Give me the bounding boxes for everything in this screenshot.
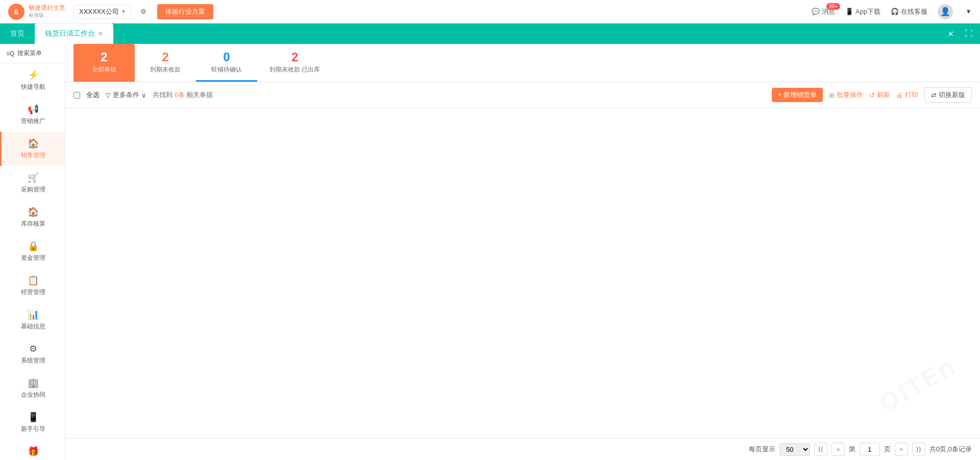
batch-operations-button[interactable]: ⊞ 批量操作 bbox=[829, 90, 863, 100]
sidebar-item-operations[interactable]: 📋 经营管理 bbox=[0, 269, 65, 303]
sidebar-item-purchase[interactable]: 🛒 采购管理 bbox=[0, 166, 65, 200]
messages-badge: 99+ bbox=[826, 3, 840, 10]
next-page-button[interactable]: ＞ bbox=[895, 443, 908, 456]
username-area[interactable]: ▼ bbox=[963, 8, 972, 15]
nav-tabs-right: ✕ ⛶ bbox=[943, 27, 980, 41]
sidebar-item-appstore[interactable]: 🎁 应用中心 bbox=[0, 440, 65, 460]
app-download-button[interactable]: 📱 App下载 bbox=[845, 7, 880, 16]
settings-icon: ⚙ bbox=[29, 343, 37, 354]
last-page-button[interactable]: ⟩⟩ bbox=[912, 443, 925, 456]
header-right: 💬 消息 99+ 📱 App下载 🎧 在线客服 👤 ▼ bbox=[812, 4, 972, 19]
stats-overdue-shipped-count: 2 bbox=[291, 50, 298, 64]
cart-icon: 🛒 bbox=[28, 172, 39, 183]
found-count: 0条 bbox=[175, 91, 185, 99]
trial-button[interactable]: 体验行业方案 bbox=[157, 4, 213, 19]
sidebar-item-newbie[interactable]: 📱 新手引导 bbox=[0, 405, 65, 440]
avatar[interactable]: 👤 bbox=[938, 4, 953, 19]
prev-page-button[interactable]: ＜ bbox=[831, 443, 845, 456]
total-records-text: 共0页,0条记录 bbox=[929, 445, 972, 454]
stats-tabs: 2 全部单据 2 到期未收款 0 旺铺待确认 2 到期未收款 已出库 bbox=[65, 44, 980, 82]
stats-tab-overdue-shipped[interactable]: 2 到期未收款 已出库 bbox=[257, 44, 332, 82]
toolbar: 全选 ▽ 更多条件 ∨ 共找到 0条 相关单据 + 新增销货单 ⊞ 批量操作 bbox=[65, 82, 980, 108]
stats-overdue-count: 2 bbox=[162, 50, 168, 64]
settings-button[interactable]: ⚙ bbox=[136, 4, 151, 19]
tab-close-icon[interactable]: ✕ bbox=[98, 30, 103, 37]
stats-wangpu-label: 旺铺待确认 bbox=[211, 65, 242, 74]
tab-workbench-label: 钱货日清工作台 bbox=[45, 29, 95, 38]
user-icon: 👤 bbox=[940, 7, 950, 16]
main-layout: ≡Q 搜索菜单 ⚡ 快捷导航 📢 营销推广 🏠 销售管理 🛒 采购管理 🏠 库存… bbox=[0, 44, 980, 460]
megaphone-icon: 📢 bbox=[28, 104, 39, 115]
guide-icon: 📱 bbox=[28, 411, 39, 423]
building-icon: 🏢 bbox=[28, 377, 39, 389]
sidebar-item-basics[interactable]: 📊 基础信息 bbox=[0, 303, 65, 337]
content-area: 2 全部单据 2 到期未收款 0 旺铺待确认 2 到期未收款 已出库 全选 bbox=[65, 44, 980, 460]
tab-home[interactable]: 首页 bbox=[0, 23, 35, 44]
stats-tab-overdue[interactable]: 2 到期未收款 bbox=[135, 44, 196, 82]
sidebar: ≡Q 搜索菜单 ⚡ 快捷导航 📢 营销推广 🏠 销售管理 🛒 采购管理 🏠 库存… bbox=[0, 44, 65, 460]
tab-expand-button[interactable]: ⛶ bbox=[962, 27, 976, 41]
home-icon: 🏠 bbox=[28, 138, 39, 149]
nav-tabs: 首页 钱货日清工作台 ✕ ✕ ⛶ bbox=[0, 23, 980, 44]
add-sales-order-button[interactable]: + 新增销货单 bbox=[772, 88, 823, 102]
tab-home-label: 首页 bbox=[10, 29, 24, 38]
sidebar-item-enterprise[interactable]: 🏢 企业协同 bbox=[0, 371, 65, 405]
logo-text: 畅捷通好生意 bbox=[29, 4, 65, 12]
sidebar-item-system[interactable]: ⚙ 系统管理 bbox=[0, 337, 65, 371]
print-button[interactable]: 🖨 打印 bbox=[896, 90, 918, 100]
stats-overdue-shipped-label: 到期未收款 已出库 bbox=[270, 65, 320, 74]
table-area bbox=[65, 108, 980, 438]
bell-icon: 💬 bbox=[812, 8, 820, 15]
print-icon: 🖨 bbox=[896, 91, 903, 99]
chevron-down-icon-user: ▼ bbox=[965, 8, 972, 15]
flash-icon: ⚡ bbox=[28, 69, 39, 81]
search-menu-item[interactable]: ≡Q 搜索菜单 bbox=[0, 44, 65, 63]
tab-workbench[interactable]: 钱货日清工作台 ✕ bbox=[35, 23, 113, 44]
gear-icon: ⚙ bbox=[140, 8, 146, 15]
sidebar-item-finance[interactable]: 🔒 资金管理 bbox=[0, 234, 65, 269]
warehouse-icon: 🏠 bbox=[28, 206, 39, 217]
lock-icon: 🔒 bbox=[28, 240, 39, 252]
tab-minimize-button[interactable]: ✕ bbox=[943, 27, 958, 41]
filter-icon: ▽ bbox=[106, 91, 111, 99]
switch-version-button[interactable]: ⇄ 切换新版 bbox=[924, 87, 972, 103]
download-icon: 📱 bbox=[845, 8, 853, 15]
top-header: 6 畅捷通好生意 标准版 XXXXXX公司 ▼ ⚙ 体验行业方案 💬 消息 99… bbox=[0, 0, 980, 23]
stats-tab-all[interactable]: 2 全部单据 bbox=[74, 44, 135, 82]
gift-icon: 🎁 bbox=[28, 446, 39, 457]
stats-tab-wangpu[interactable]: 0 旺铺待确认 bbox=[196, 44, 257, 82]
stats-all-label: 全部单据 bbox=[92, 65, 116, 74]
clipboard-icon: 📋 bbox=[28, 275, 39, 286]
grid-icon: 📊 bbox=[28, 309, 39, 320]
sidebar-item-sales[interactable]: 🏠 销售管理 bbox=[0, 132, 65, 166]
online-service-button[interactable]: 🎧 在线客服 bbox=[891, 7, 927, 16]
headset-icon: 🎧 bbox=[891, 8, 899, 15]
page-suffix: 页 bbox=[884, 445, 891, 454]
refresh-icon: ↺ bbox=[869, 91, 875, 99]
stats-wangpu-count: 0 bbox=[223, 50, 230, 64]
page-label: 第 bbox=[849, 445, 855, 454]
toolbar-right: + 新增销货单 ⊞ 批量操作 ↺ 刷新 🖨 打印 ⇄ 切换新版 bbox=[772, 87, 972, 103]
select-all-checkbox[interactable] bbox=[74, 92, 80, 99]
refresh-button[interactable]: ↺ 刷新 bbox=[869, 90, 890, 100]
found-text: 共找到 0条 相关单据 bbox=[153, 90, 213, 100]
messages-button[interactable]: 💬 消息 99+ bbox=[812, 7, 835, 16]
sidebar-item-inventory[interactable]: 🏠 库存核算 bbox=[0, 200, 65, 234]
switch-icon: ⇄ bbox=[931, 91, 937, 99]
toolbar-left: 全选 ▽ 更多条件 ∨ 共找到 0条 相关单据 bbox=[74, 90, 766, 100]
search-icon: ≡Q bbox=[6, 50, 14, 57]
logo-area: 6 畅捷通好生意 标准版 bbox=[8, 4, 74, 20]
chevron-down-icon: ▼ bbox=[121, 9, 126, 14]
company-name: XXXXXX公司 bbox=[79, 7, 119, 16]
chevron-down-icon-filter: ∨ bbox=[141, 91, 146, 99]
batch-icon: ⊞ bbox=[829, 91, 835, 99]
page-number-input[interactable] bbox=[860, 443, 880, 456]
company-selector[interactable]: XXXXXX公司 ▼ bbox=[74, 5, 132, 19]
per-page-select[interactable]: 50 20 100 bbox=[779, 443, 810, 456]
sidebar-item-marketing[interactable]: 📢 营销推广 bbox=[0, 98, 65, 132]
per-page-label: 每页显示 bbox=[749, 445, 775, 454]
filter-button[interactable]: ▽ 更多条件 ∨ bbox=[106, 90, 146, 100]
first-page-button[interactable]: ⟨⟨ bbox=[814, 443, 827, 456]
sidebar-item-quick-nav[interactable]: ⚡ 快捷导航 bbox=[0, 63, 65, 98]
select-all-label: 全选 bbox=[86, 90, 100, 100]
